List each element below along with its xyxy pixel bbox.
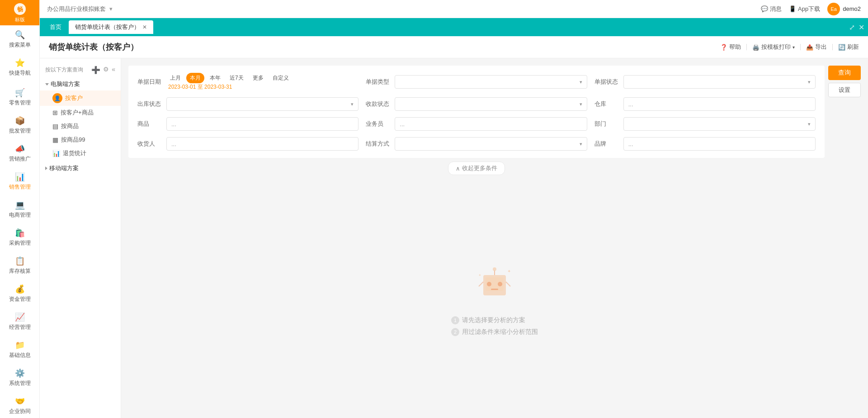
tab-sales-stats[interactable]: 销货单统计表（按客户） ✕ xyxy=(69,20,153,34)
tree-group-desktop-header[interactable]: 电脑端方案 xyxy=(40,78,121,90)
date-btn-this-month[interactable]: 本月 xyxy=(186,73,204,83)
filter-row-4: 收货人 ... 结算方式 ▾ xyxy=(137,137,816,151)
table-icon: ▤ xyxy=(52,123,58,130)
avatar: Ea xyxy=(827,3,840,15)
help-btn[interactable]: ❓ 帮助 xyxy=(720,43,741,51)
date-btn-7days[interactable]: 近7天 xyxy=(226,73,247,83)
sidebar-item-retail[interactable]: 🛒 零售管理 xyxy=(0,83,39,111)
date-btn-more[interactable]: 更多 xyxy=(249,73,267,83)
tree-group-mobile-header[interactable]: 移动端方案 xyxy=(40,162,121,175)
wholesale-icon: 📦 xyxy=(15,116,25,126)
settings-scheme-btn[interactable]: ⚙ xyxy=(103,66,109,74)
consignee-input[interactable]: ... xyxy=(166,137,359,151)
status-input[interactable]: ▾ xyxy=(623,75,816,89)
tree-item-label: 按客户+商品 xyxy=(61,109,94,117)
sidebar-item-label: 快捷导航 xyxy=(9,69,31,77)
date-btn-this-year[interactable]: 本年 xyxy=(206,73,224,83)
tree-item-goods[interactable]: ▤ 按商品 xyxy=(40,119,121,133)
sidebar-item-label: 库存核算 xyxy=(9,267,31,275)
dropdown-icon[interactable]: ▾ xyxy=(109,5,113,12)
sidebar-item-inventory[interactable]: 📋 库存核算 xyxy=(0,252,39,280)
sidebar-item-marketing[interactable]: 📣 营销推广 xyxy=(0,139,39,167)
left-panel: 按以下方案查询 ➕ ⚙ « 电脑端方案 👤 xyxy=(40,58,121,418)
sidebar-item-ecommerce[interactable]: 💻 电商管理 xyxy=(0,195,39,223)
user-area[interactable]: Ea demo2 xyxy=(827,3,861,15)
query-btn[interactable]: 查询 xyxy=(828,66,861,80)
sidebar-item-finance[interactable]: 💰 资金管理 xyxy=(0,280,39,308)
sidebar-item-purchase[interactable]: 🛍️ 采购管理 xyxy=(0,223,39,252)
print-btn[interactable]: 🖨️ 按模板打印 ▾ xyxy=(752,43,795,51)
collapse-panel-btn[interactable]: « xyxy=(112,66,115,74)
print-icon: 🖨️ xyxy=(752,44,760,51)
tree-item-customer[interactable]: 👤 按客户 xyxy=(40,90,121,106)
sidebar-item-basic[interactable]: 📁 基础信息 xyxy=(0,336,39,364)
tree-item-goods99[interactable]: ▦ 按商品99 xyxy=(40,133,121,147)
active-tab-label: 销货单统计表（按客户） xyxy=(75,23,140,31)
system-icon: ⚙️ xyxy=(15,368,25,378)
date-btn-custom[interactable]: 自定义 xyxy=(269,73,292,83)
refresh-icon: 🔄 xyxy=(838,44,845,51)
tree-item-label: 退货统计 xyxy=(63,149,86,157)
brand-input[interactable]: ... xyxy=(623,137,816,151)
page-header-actions: ❓ 帮助 🖨️ 按模板打印 ▾ 📤 导出 🔄 刷新 xyxy=(720,43,859,51)
sidebar-item-wholesale[interactable]: 📦 批发管理 xyxy=(0,111,39,139)
filter-stock-status: 出库状态 ▾ xyxy=(137,97,359,111)
svg-point-8 xyxy=(493,267,496,271)
date-btn-last-month[interactable]: 上月 xyxy=(166,73,184,83)
sidebar-item-enterprise[interactable]: 🤝 企业协同 xyxy=(0,392,39,418)
salesperson-input[interactable]: ... xyxy=(395,117,587,131)
left-panel-icons: ➕ ⚙ « xyxy=(91,66,115,74)
setting-btn[interactable]: 设置 xyxy=(828,83,861,97)
hint-num-2: 2 xyxy=(451,328,459,336)
tab-close-btn[interactable]: ✕ xyxy=(859,23,864,32)
tree-item-return[interactable]: 📊 退货统计 xyxy=(40,147,121,160)
page-header: 销货单统计表（按客户） ❓ 帮助 🖨️ 按模板打印 ▾ 📤 导出 xyxy=(40,36,868,58)
tab-restore-btn[interactable]: ⤢ xyxy=(849,23,855,32)
export-btn[interactable]: 📤 导出 xyxy=(806,43,827,51)
inner-layout: 按以下方案查询 ➕ ⚙ « 电脑端方案 👤 xyxy=(40,58,868,418)
tree-item-customer-goods[interactable]: ⊞ 按客户+商品 xyxy=(40,106,121,119)
hint-num-1: 1 xyxy=(451,316,459,324)
tab-close-icon[interactable]: ✕ xyxy=(142,24,147,30)
message-btn[interactable]: 💬 消息 xyxy=(761,5,782,13)
tree-group-desktop: 电脑端方案 👤 按客户 ⊞ 按客户+商品 ▤ 按商品 xyxy=(40,78,121,160)
sidebar-item-label: 企业协同 xyxy=(9,408,31,415)
goods-input[interactable]: ... xyxy=(166,117,359,131)
inventory-icon: 📋 xyxy=(15,256,25,266)
type-input[interactable]: ▾ xyxy=(395,75,587,89)
sidebar-item-shortcut[interactable]: ⭐ 快捷导航 xyxy=(0,53,39,81)
sidebar-item-system[interactable]: ⚙️ 系统管理 xyxy=(0,364,39,392)
sidebar-item-sales[interactable]: 📊 销售管理 xyxy=(0,167,39,195)
group-label: 移动端方案 xyxy=(49,164,79,172)
sidebar-item-operations[interactable]: 📈 经营管理 xyxy=(0,308,39,336)
payment-status-input[interactable]: ▾ xyxy=(395,97,587,111)
action-row: ∧ 收起更多条件 xyxy=(128,158,825,179)
home-tab-label: 首页 xyxy=(50,23,61,31)
empty-state: ✦ ✦ 1 请先选择要分析的方案 2 用过滤条件来缩小分析范围 xyxy=(128,184,861,411)
department-input[interactable]: ▾ xyxy=(623,117,816,131)
dept-chevron: ▾ xyxy=(808,121,811,127)
refresh-btn[interactable]: 🔄 刷新 xyxy=(838,43,859,51)
collapse-btn[interactable]: ∧ 收起更多条件 xyxy=(448,162,505,175)
help-icon: ❓ xyxy=(720,44,727,51)
app-download-btn[interactable]: 📱 App下载 xyxy=(789,5,820,13)
topbar-right: 💬 消息 📱 App下载 Ea demo2 xyxy=(761,3,861,15)
retail-icon: 🛒 xyxy=(15,88,25,98)
hint-text-1: 请先选择要分析的方案 xyxy=(462,316,525,324)
tab-home[interactable]: 首页 xyxy=(43,20,68,34)
empty-hint-1: 1 请先选择要分析的方案 xyxy=(451,316,538,324)
message-icon: 💬 xyxy=(761,5,768,12)
payment-method-input[interactable]: ▾ xyxy=(395,137,587,151)
stock-status-input[interactable]: ▾ xyxy=(166,97,359,111)
consignee-label: 收货人 xyxy=(137,140,163,148)
ecommerce-icon: 💻 xyxy=(15,200,25,210)
filter-consignee: 收货人 ... xyxy=(137,137,359,151)
add-scheme-btn[interactable]: ➕ xyxy=(91,66,100,74)
sales-icon: 📊 xyxy=(15,172,25,182)
filter-row-1: 单据日期 上月 本月 本年 近7天 更多 自定义 xyxy=(137,73,816,91)
left-panel-title: 按以下方案查询 xyxy=(45,66,83,74)
topbar-left: 办公用品行业模拟账套 ▾ xyxy=(47,5,113,13)
sidebar-item-search[interactable]: 🔍 搜索菜单 xyxy=(0,25,39,53)
tree-group-mobile: 移动端方案 xyxy=(40,162,121,175)
warehouse-input[interactable]: ... xyxy=(623,97,816,111)
